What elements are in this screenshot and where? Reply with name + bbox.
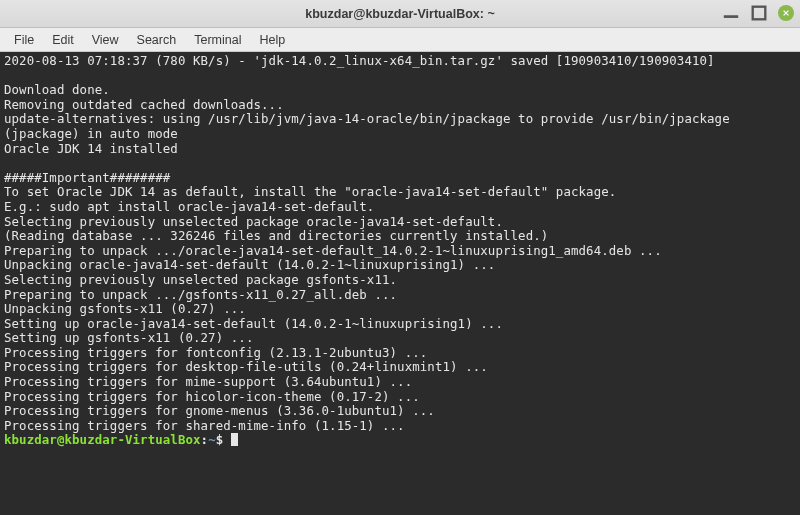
window-title: kbuzdar@kbuzdar-VirtualBox: ~ (305, 7, 494, 21)
svg-rect-1 (753, 7, 766, 20)
terminal-line: Download done. (4, 82, 110, 97)
menu-search[interactable]: Search (129, 31, 185, 49)
close-button[interactable] (778, 5, 794, 21)
terminal-line: Setting up gsfonts-x11 (0.27) ... (4, 330, 253, 345)
terminal-line: Selecting previously unselected package … (4, 272, 397, 287)
terminal-line: Preparing to unpack .../oracle-java14-se… (4, 243, 662, 258)
menubar: File Edit View Search Terminal Help (0, 28, 800, 52)
terminal-line: Processing triggers for gnome-menus (3.3… (4, 403, 435, 418)
terminal-line: #####Important######## (4, 170, 170, 185)
menu-edit[interactable]: Edit (44, 31, 82, 49)
terminal-line: Processing triggers for mime-support (3.… (4, 374, 412, 389)
terminal-line: Unpacking gsfonts-x11 (0.27) ... (4, 301, 246, 316)
terminal-line: Unpacking oracle-java14-set-default (14.… (4, 257, 495, 272)
terminal-line: To set Oracle JDK 14 as default, install… (4, 184, 616, 199)
terminal-line: E.g.: sudo apt install oracle-java14-set… (4, 199, 374, 214)
menu-help[interactable]: Help (251, 31, 293, 49)
terminal-line: Selecting previously unselected package … (4, 214, 503, 229)
terminal-line: (Reading database ... 326246 files and d… (4, 228, 548, 243)
terminal-line: Removing outdated cached downloads... (4, 97, 284, 112)
terminal-line: Processing triggers for desktop-file-uti… (4, 359, 488, 374)
prompt-colon: : (201, 432, 209, 447)
titlebar: kbuzdar@kbuzdar-VirtualBox: ~ (0, 0, 800, 28)
terminal-line: Processing triggers for shared-mime-info… (4, 418, 405, 433)
terminal-output[interactable]: 2020-08-13 07:18:37 (780 KB/s) - 'jdk-14… (0, 52, 800, 515)
menu-view[interactable]: View (84, 31, 127, 49)
terminal-line: Preparing to unpack .../gsfonts-x11_0.27… (4, 287, 397, 302)
terminal-line: update-alternatives: using /usr/lib/jvm/… (4, 111, 737, 141)
minimize-button[interactable] (722, 4, 740, 22)
menu-file[interactable]: File (6, 31, 42, 49)
terminal-line: 2020-08-13 07:18:37 (780 KB/s) - 'jdk-14… (4, 53, 715, 68)
menu-terminal[interactable]: Terminal (186, 31, 249, 49)
terminal-line: Setting up oracle-java14-set-default (14… (4, 316, 503, 331)
window-controls (722, 4, 794, 22)
terminal-line: Processing triggers for hicolor-icon-the… (4, 389, 420, 404)
cursor-icon (231, 433, 238, 446)
terminal-line: Processing triggers for fontconfig (2.13… (4, 345, 427, 360)
prompt-path: ~ (208, 432, 216, 447)
prompt-user: kbuzdar@kbuzdar-VirtualBox (4, 432, 201, 447)
prompt-dollar: $ (216, 432, 231, 447)
maximize-button[interactable] (750, 4, 768, 22)
terminal-line: Oracle JDK 14 installed (4, 141, 178, 156)
